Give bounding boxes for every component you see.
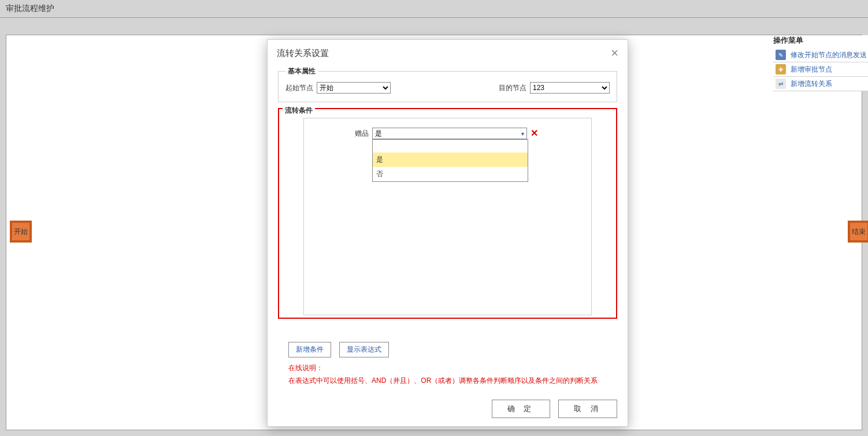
ops-item-add-approval-node[interactable]: ✚ 新增审批节点 (773, 62, 868, 77)
cancel-button[interactable]: 取 消 (558, 400, 617, 418)
condition-highlight-box: 流转条件 赠品 是 ▾ 是 否 (278, 108, 617, 319)
ops-item-add-relation[interactable]: ⇄ 新增流转关系 (773, 77, 868, 91)
ops-item-edit-start-node[interactable]: ✎ 修改开始节点的消息发送 (773, 48, 868, 62)
basic-properties-fieldset: 基本属性 起始节点 开始 目的节点 123 (278, 66, 617, 102)
condition-value-combo-wrap: 是 ▾ 是 否 (372, 128, 527, 139)
dialog-title: 流转关系设置 (277, 48, 329, 59)
relation-settings-dialog: 流转关系设置 × 基本属性 起始节点 开始 目的节点 123 (267, 39, 628, 427)
operations-menu: 操作菜单 ✎ 修改开始节点的消息发送 ✚ 新增审批节点 ⇄ 新增流转关系 (773, 35, 868, 91)
dest-node-label: 目的节点 (499, 83, 526, 93)
basic-legend: 基本属性 (285, 66, 318, 76)
ops-item-label: 新增审批节点 (791, 65, 832, 74)
delete-condition-icon[interactable]: ✕ (531, 128, 538, 139)
flow-node-start-label: 开始 (14, 227, 28, 237)
start-node-select[interactable]: 开始 (317, 82, 391, 94)
flow-node-start[interactable]: 开始 (10, 221, 32, 243)
condition-value-display: 是 (375, 129, 382, 139)
help-title: 在线说明： (288, 362, 617, 375)
dropdown-option-yes[interactable]: 是 (373, 152, 528, 167)
ops-item-label: 新增流转关系 (791, 79, 832, 89)
page-title: 审批流程维护 (0, 0, 868, 18)
show-expression-button[interactable]: 显示表达式 (339, 342, 389, 357)
ops-item-label: 修改开始节点的消息发送 (791, 50, 867, 60)
condition-field-label: 赠品 (312, 128, 370, 139)
dropdown-option-no[interactable]: 否 (373, 167, 528, 181)
condition-row: 赠品 是 ▾ 是 否 (312, 128, 583, 139)
close-icon[interactable]: × (611, 47, 618, 59)
chevron-down-icon: ▾ (521, 131, 524, 137)
condition-canvas: 赠品 是 ▾ 是 否 (303, 118, 592, 315)
flow-node-end-label: 结束 (852, 227, 866, 237)
help-body: 在表达式中可以使用括号、AND（并且）、OR（或者）调整各条件判断顺序以及条件之… (288, 377, 598, 385)
start-node-label: 起始节点 (285, 83, 313, 93)
ok-button[interactable]: 确 定 (492, 400, 551, 418)
condition-buttons-row: 新增条件 显示表达式 (288, 342, 617, 357)
condition-legend: 流转条件 (283, 106, 315, 115)
link-icon: ⇄ (776, 79, 786, 89)
flow-node-end[interactable]: 结束 (848, 221, 868, 243)
new-condition-button[interactable]: 新增条件 (288, 342, 331, 357)
help-text: 在线说明： 在表达式中可以使用括号、AND（并且）、OR（或者）调整各条件判断顺… (288, 362, 617, 387)
operations-menu-title: 操作菜单 (773, 35, 868, 46)
dialog-footer: 确 定 取 消 (268, 394, 628, 426)
page-title-text: 审批流程维护 (6, 3, 54, 13)
edit-icon: ✎ (776, 50, 786, 60)
dialog-header: 流转关系设置 × (268, 40, 628, 66)
dialog-body: 基本属性 起始节点 开始 目的节点 123 流转条件 (268, 66, 628, 394)
dropdown-option-blank[interactable] (373, 140, 528, 152)
condition-value-dropdown: 是 否 (372, 139, 528, 182)
add-node-icon: ✚ (776, 64, 786, 74)
condition-value-combo[interactable]: 是 ▾ (372, 128, 527, 139)
dest-node-select[interactable]: 123 (530, 82, 610, 94)
